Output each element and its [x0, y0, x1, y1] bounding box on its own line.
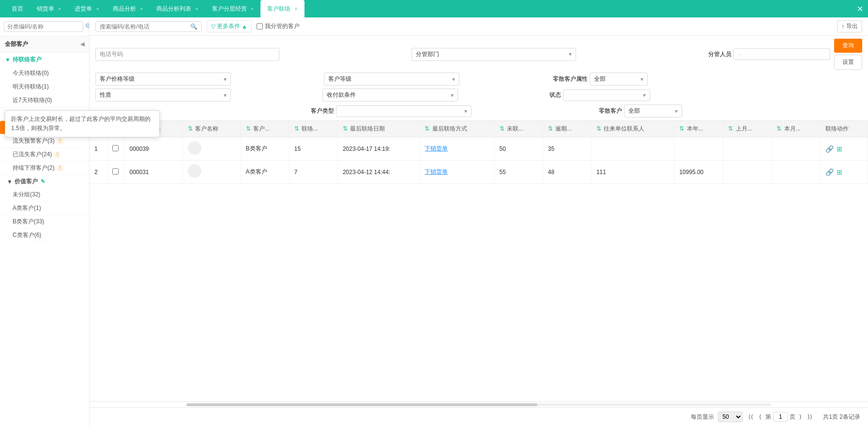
per-page-select[interactable]: 50 100	[718, 411, 743, 422]
tab-product-analysis-list[interactable]: 商品分析列表 ×	[150, 0, 205, 17]
last-page-button[interactable]: ⟩⟩	[806, 413, 814, 420]
table-header-row: ⚙ ⇅ 客户编码 ⇅ 客户名称	[90, 121, 868, 137]
close-icon[interactable]: ×	[140, 6, 143, 12]
row-checkbox[interactable]	[107, 161, 124, 184]
customer-level-dropdown[interactable]: 客户等级 ▾	[324, 73, 459, 86]
close-icon[interactable]: ×	[195, 6, 198, 12]
sidebar: 🔍 全部客户 ◀ ▼ 待联络客户 今天待联络(0) 明天待联络(1) 近7天待联…	[0, 17, 90, 426]
close-icon[interactable]: ×	[96, 6, 99, 12]
tab-customer-contact[interactable]: 客户联络 ×	[260, 0, 304, 17]
sidebar-item-class-a[interactable]: A类客户(1)	[0, 202, 89, 215]
tab-product-analysis[interactable]: 商品分析 ×	[106, 0, 150, 17]
row-name	[183, 161, 241, 184]
export-button[interactable]: ↑ 导出	[837, 20, 862, 32]
sort-icon[interactable]: ⇅	[500, 125, 504, 132]
sidebar-item-tomorrow[interactable]: 明天待联络(1)	[0, 80, 89, 94]
sidebar-item-declining[interactable]: 持续下滑客户(2) !	[0, 162, 89, 175]
search-icon[interactable]: 🔍	[85, 23, 90, 30]
scrollbar-thumb[interactable]	[186, 403, 537, 406]
row-select-checkbox[interactable]	[112, 145, 119, 151]
pending-contact-group[interactable]: ▼ 待联络客户	[0, 53, 89, 67]
filter-bar: 🔍 ▽ 更多条件 ▲ 我分管的客户 ↑ 导出	[90, 17, 868, 36]
sort-icon[interactable]: ⇅	[343, 125, 348, 132]
pagination-bar: 每页显示 50 100 ⟨⟨ ⟨ 第 页 ⟩ ⟩⟩ 共1页 2条记录	[90, 407, 868, 426]
price-level-dropdown[interactable]: 客户价格等级 ▾	[95, 73, 231, 86]
all-customers-section[interactable]: 全部客户 ◀	[0, 36, 89, 53]
chevron-down-icon: ▾	[464, 108, 467, 115]
search-icon[interactable]: 🔍	[190, 23, 198, 30]
customer-type-dropdown[interactable]: ▾	[336, 105, 472, 117]
row-last-method[interactable]: 下销货单	[420, 161, 494, 184]
total-records-label: 共1页 2条记录	[823, 413, 860, 421]
grid-icon[interactable]: ⊞	[837, 145, 842, 153]
chevron-down-icon: ▾	[452, 76, 455, 83]
retail-customer-dropdown[interactable]: 全部 ▾	[624, 104, 682, 118]
tab-purchase[interactable]: 进货单 ×	[68, 0, 106, 17]
row-unlisted: 50	[494, 137, 543, 161]
per-page-label: 每页显示	[691, 413, 714, 421]
value-customers-group[interactable]: ▼ 价值客户 ✎	[0, 175, 89, 188]
page-navigation: ⟨⟨ ⟨ 第 页 ⟩ ⟩⟩	[746, 412, 814, 422]
query-button[interactable]: 查询	[834, 39, 862, 53]
sidebar-item-class-c[interactable]: C类客户(6)	[0, 229, 89, 242]
manager-field[interactable]: ···	[733, 48, 830, 60]
my-customers-check[interactable]	[257, 23, 263, 29]
my-customers-checkbox[interactable]: 我分管的客户	[257, 22, 300, 30]
sidebar-search-input[interactable]	[4, 21, 83, 32]
sort-icon[interactable]: ⇅	[679, 125, 684, 132]
row-overdue: 35	[543, 137, 591, 161]
page-number-input[interactable]	[773, 412, 788, 422]
sidebar-item-class-b[interactable]: B类客户(33)	[0, 215, 89, 229]
more-conditions-button[interactable]: ▽ 更多条件 ▲	[207, 20, 252, 32]
sort-icon[interactable]: ⇅	[596, 125, 601, 132]
search-input[interactable]	[100, 23, 188, 30]
row-select-checkbox[interactable]	[112, 168, 119, 175]
close-icon[interactable]: ×	[251, 6, 254, 12]
edit-icon[interactable]: ✎	[41, 178, 45, 185]
first-page-button[interactable]: ⟨⟨	[746, 413, 755, 420]
sort-icon[interactable]: ⇅	[728, 125, 733, 132]
row-this-month	[772, 137, 820, 161]
collapse-icon[interactable]: ◀	[80, 41, 84, 47]
retail-attr-dropdown[interactable]: 全部 ▾	[590, 73, 648, 86]
sort-icon[interactable]: ⇅	[188, 125, 193, 132]
sort-icon[interactable]: ⇅	[246, 125, 251, 132]
scrollbar-track[interactable]	[186, 403, 771, 406]
sort-icon[interactable]: ⇅	[425, 125, 429, 132]
gender-dropdown[interactable]: 性质 ▾	[95, 88, 231, 102]
tab-sales-order[interactable]: 销货单 ×	[30, 0, 68, 17]
grid-icon[interactable]: ⊞	[837, 168, 842, 176]
close-icon[interactable]: ×	[294, 6, 297, 12]
content-area: 🔍 ▽ 更多条件 ▲ 我分管的客户 ↑ 导出 电话号码	[90, 17, 868, 426]
row-actions: 🔗 ⊞	[820, 137, 868, 161]
sort-icon[interactable]: ⇅	[777, 125, 781, 132]
payment-dropdown[interactable]: 收付款条件 ▾	[322, 88, 458, 102]
close-icon[interactable]: ×	[58, 6, 61, 12]
status-dropdown[interactable]: ▾	[563, 89, 650, 101]
avatar	[188, 164, 201, 178]
settings-button[interactable]: 设置	[834, 55, 862, 70]
row-this-year: 10995.00	[674, 161, 723, 184]
prev-page-button[interactable]: ⟨	[757, 413, 763, 420]
link-icon[interactable]: 🔗	[825, 145, 834, 153]
sidebar-item-7days[interactable]: 近7天待联络(0)	[0, 94, 89, 107]
main-layout: 🔍 全部客户 ◀ ▼ 待联络客户 今天待联络(0) 明天待联络(1) 近7天待联…	[0, 17, 868, 426]
sort-icon[interactable]: ⇅	[294, 125, 299, 132]
sidebar-item-lost[interactable]: 已流失客户(24) !	[0, 148, 89, 162]
phone-field[interactable]: 电话号码	[95, 48, 279, 61]
row-last-date: 2023-04-17 14:19:	[337, 137, 420, 161]
next-page-button[interactable]: ⟩	[797, 413, 804, 420]
sort-icon[interactable]: ⇅	[548, 125, 553, 132]
chevron-down-icon: ▾	[640, 76, 643, 83]
window-close-button[interactable]: ✕	[857, 4, 863, 14]
row-last-method[interactable]: 下销货单	[420, 137, 494, 161]
retail-attr-wrap: 零散客户属性 全部 ▾	[553, 73, 648, 86]
row-checkbox[interactable]	[107, 137, 124, 161]
tab-customer-layers[interactable]: 客户分层经营 ×	[205, 0, 260, 17]
sidebar-item-ungrouped[interactable]: 未分组(32)	[0, 188, 89, 202]
tab-home[interactable]: 首页	[5, 0, 30, 17]
dept-dropdown[interactable]: 分管部门 ▾	[411, 48, 576, 61]
row-contact-count: 7	[289, 161, 337, 184]
link-icon[interactable]: 🔗	[825, 168, 834, 176]
sidebar-item-today[interactable]: 今天待联络(0)	[0, 67, 89, 80]
